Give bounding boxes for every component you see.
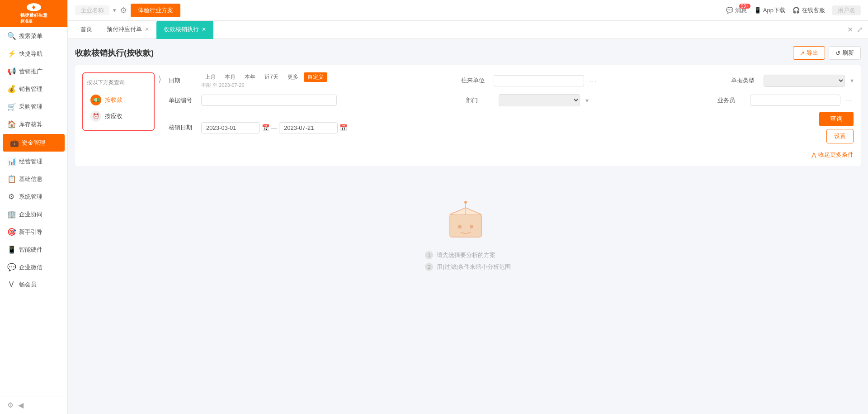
- doc-type-select[interactable]: [764, 75, 845, 87]
- filter-settings-button[interactable]: 设置: [826, 129, 854, 143]
- filter-panel: 按以下方案查询 💵 按收款 ⏰ 按应收 ⟩ 日期: [75, 65, 861, 166]
- filter-option-by-receipt[interactable]: 💵 按收款: [87, 92, 150, 108]
- sidebar-item-enterprise-collab[interactable]: 🏢企业协同: [0, 205, 67, 223]
- enterprise-wechat-label: 企业微信: [19, 263, 42, 271]
- company-dropdown-icon[interactable]: ▾: [113, 7, 116, 14]
- salesperson-input[interactable]: [750, 95, 840, 106]
- offset-date-end[interactable]: [279, 122, 338, 133]
- sys-mgmt-icon: ⚙: [7, 192, 15, 201]
- date-custom-tag[interactable]: 自定义: [304, 72, 327, 82]
- sidebar-nav: 🔍搜索菜单⚡快捷导航📢营销推广💰销售管理🛒采购管理🏠库存核算💼资金管理📊经营管理…: [0, 27, 67, 396]
- sys-mgmt-label: 系统管理: [19, 193, 42, 201]
- app-download-item[interactable]: 📱 App下载: [754, 6, 785, 14]
- dept-label: 部门: [466, 96, 493, 105]
- date-quick-tabs: 上月 本月 本年 近7天 更多 自定义 不限 至 2023-07-26: [201, 72, 327, 89]
- counterparty-input[interactable]: [494, 75, 584, 86]
- offset-date-end-icon[interactable]: 📅: [340, 124, 347, 131]
- counterparty-dots[interactable]: ···: [590, 77, 597, 84]
- enterprise-collab-label: 企业协同: [19, 210, 42, 219]
- online-service-item[interactable]: 🎧 在线客服: [793, 6, 825, 14]
- header-right: 💬 消息 99+ 📱 App下载 🎧 在线客服 用户名: [726, 5, 861, 15]
- sidebar-settings-icon[interactable]: ⚙: [7, 401, 14, 409]
- tab-prepay-offset[interactable]: 预付冲应付单✕: [99, 21, 156, 39]
- tab-close-icon[interactable]: ✕: [847, 25, 853, 34]
- offset-date-start-icon[interactable]: 📅: [262, 124, 269, 131]
- tab-close-prepay-offset[interactable]: ✕: [145, 26, 149, 33]
- query-button[interactable]: 查询: [819, 112, 854, 126]
- date-tab-this-month[interactable]: 本月: [221, 72, 239, 82]
- filter-rows: 日期 上月 本月 本年 近7天 更多 自定义 不限 至 2023-07-26: [169, 72, 854, 159]
- filter-collapse-btn[interactable]: ⟩: [158, 72, 161, 86]
- vip-icon: V: [7, 281, 15, 289]
- sidebar-item-sales-mgmt[interactable]: 💰销售管理: [0, 80, 67, 98]
- sidebar-item-marketing[interactable]: 📢营销推广: [0, 62, 67, 80]
- header-settings-icon[interactable]: ⚙: [120, 5, 127, 15]
- sidebar-item-search-menu[interactable]: 🔍搜索菜单: [0, 27, 67, 45]
- search-menu-icon: 🔍: [7, 32, 15, 40]
- filter-option-by-receivable[interactable]: ⏰ 按应收: [87, 108, 150, 124]
- tab-expand-icon[interactable]: ⤢: [857, 25, 863, 34]
- dept-select[interactable]: [499, 94, 580, 106]
- enterprise-collab-icon: 🏢: [7, 210, 15, 219]
- app-logo: ♦ 畅捷通好生意 标准版: [0, 0, 67, 27]
- salesperson-dots[interactable]: ···: [846, 97, 854, 104]
- collapse-more[interactable]: ⋀ 收起更多条件: [169, 151, 854, 159]
- date-tab-7days[interactable]: 近7天: [261, 72, 282, 82]
- logo-icon: ♦: [27, 3, 41, 11]
- sidebar-collapse-icon[interactable]: ◀: [18, 401, 24, 409]
- filter-row-3: 核销日期 📅 — 📅 查询 设置: [169, 112, 854, 143]
- sidebar-item-basic-info[interactable]: 📋基础信息: [0, 170, 67, 188]
- sidebar-item-sys-mgmt[interactable]: ⚙系统管理: [0, 188, 67, 205]
- sidebar-item-smart-hardware[interactable]: 📱智能硬件: [0, 241, 67, 258]
- sidebar-item-newbie-guide[interactable]: 🎯新手引导: [0, 223, 67, 241]
- page-actions: ↗ 导出 ↺ 刷新: [793, 46, 861, 60]
- date-tab-this-year[interactable]: 本年: [241, 72, 259, 82]
- tab-bar: 首页预付冲应付单✕收款核销执行✕ ✕ ⤢: [68, 21, 868, 39]
- empty-illustration: [441, 199, 495, 244]
- doc-no-label: 单据编号: [169, 96, 196, 105]
- sidebar-item-vip[interactable]: V畅会员: [0, 276, 67, 293]
- marketing-icon: 📢: [7, 67, 15, 76]
- tab-receivable-offset[interactable]: 收款核销执行✕: [156, 21, 213, 39]
- newbie-guide-icon: 🎯: [7, 228, 15, 236]
- date-tab-more[interactable]: 更多: [284, 72, 302, 82]
- user-avatar[interactable]: 用户名: [832, 5, 861, 15]
- dept-dropdown-icon[interactable]: ▾: [585, 97, 589, 104]
- tip-2-text: 用[过滤]条件来缩小分析范围: [437, 263, 510, 271]
- quick-nav-icon: ⚡: [7, 49, 15, 58]
- empty-tip-2: 2 用[过滤]条件来缩小分析范围: [425, 263, 510, 271]
- filter-row-2: 单据编号 部门 ▾ 业务员 ···: [169, 94, 854, 106]
- filter-section-title: 按以下方案查询: [87, 79, 150, 86]
- svg-point-4: [464, 201, 467, 204]
- ops-mgmt-label: 经营管理: [19, 157, 42, 166]
- sidebar-item-purchase-mgmt[interactable]: 🛒采购管理: [0, 98, 67, 115]
- doc-type-label: 单据类型: [731, 76, 758, 85]
- company-name: 企业名称: [75, 5, 109, 15]
- smart-hardware-label: 智能硬件: [19, 246, 42, 254]
- tab-label-receivable-offset: 收款核销执行: [164, 25, 199, 33]
- tab-close-receivable-offset[interactable]: ✕: [202, 26, 206, 33]
- sidebar-item-inventory[interactable]: 🏠库存核算: [0, 115, 67, 133]
- filter-row-1: 日期 上月 本月 本年 近7天 更多 自定义 不限 至 2023-07-26: [169, 72, 854, 89]
- refresh-button[interactable]: ↺ 刷新: [829, 46, 861, 60]
- offset-date-start[interactable]: [201, 122, 260, 133]
- filter-fields: 日期 上月 本月 本年 近7天 更多 自定义 不限 至 2023-07-26: [169, 72, 854, 159]
- messages-item[interactable]: 💬 消息 99+: [726, 6, 747, 14]
- sidebar-item-quick-nav[interactable]: ⚡快捷导航: [0, 45, 67, 62]
- sidebar-item-ops-mgmt[interactable]: 📊经营管理: [0, 152, 67, 170]
- export-button[interactable]: ↗ 导出: [793, 46, 825, 60]
- app-name: 畅捷通好生意 标准版: [20, 12, 47, 24]
- sidebar-item-enterprise-wechat[interactable]: 💬企业微信: [0, 258, 67, 276]
- ops-mgmt-icon: 📊: [7, 157, 15, 166]
- date-dash: —: [271, 124, 277, 131]
- tab-home[interactable]: 首页: [73, 21, 99, 39]
- date-tab-last-month[interactable]: 上月: [201, 72, 219, 82]
- offset-date-range: 📅 — 📅: [201, 122, 347, 133]
- newbie-guide-label: 新手引导: [19, 228, 42, 236]
- date-sub-text: 不限 至 2023-07-26: [201, 82, 327, 89]
- sidebar: ♦ 畅捷通好生意 标准版 🔍搜索菜单⚡快捷导航📢营销推广💰销售管理🛒采购管理🏠库…: [0, 0, 68, 414]
- doc-no-input[interactable]: [201, 95, 337, 106]
- sidebar-item-fund-mgmt[interactable]: 💼资金管理: [3, 134, 65, 152]
- trial-button[interactable]: 体验行业方案: [131, 4, 180, 17]
- doc-type-dropdown-icon[interactable]: ▾: [850, 77, 854, 84]
